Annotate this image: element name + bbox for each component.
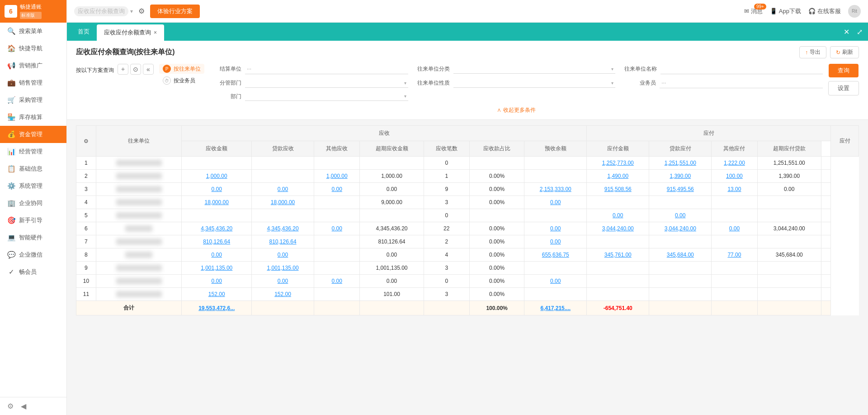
footer-overdue-payable <box>757 301 821 315</box>
row-index: 9 <box>76 262 96 275</box>
row-loan-receivable: 152.00 <box>252 288 314 301</box>
export-button[interactable]: ↑ 导出 <box>799 46 826 58</box>
sidebar-item-operation[interactable]: 📊 经营管理 <box>0 143 66 160</box>
settlement-unit-select[interactable]: ··· <box>245 64 408 74</box>
gear-icon[interactable]: ⚙ <box>138 7 145 15</box>
online-service-button[interactable]: 🎧 在线客服 <box>808 7 841 15</box>
query-button[interactable]: 查询 <box>829 64 859 77</box>
row-index: 11 <box>76 288 96 301</box>
row-loan-receivable: 0.00 <box>252 248 314 262</box>
sidebar-item-inventory[interactable]: 🏪 库存核算 <box>0 109 66 126</box>
salesperson-select[interactable]: ··· <box>660 78 823 88</box>
sidebar-item-member[interactable]: ✓ 畅会员 <box>0 263 66 281</box>
row-other-payable: 100.00 <box>712 170 757 183</box>
unit-category-select[interactable]: ▾ <box>453 65 616 74</box>
sidebar-item-search-menu[interactable]: 🔍 搜索菜单 <box>0 23 66 40</box>
row-prepayment: 655,636.75 <box>524 248 587 262</box>
page-content: 应收应付余额查询(按往来单位) ↑ 导出 ↻ 刷新 按以下方案查询 <box>67 41 868 415</box>
filter-option-by-salesperson[interactable]: ⏱ 按业务员 <box>159 76 204 86</box>
row-other-receivable <box>314 248 360 262</box>
tab-receivable[interactable]: 应收应付余额查询 × <box>97 24 164 41</box>
refresh-button[interactable]: ↻ 刷新 <box>830 46 859 58</box>
topbar-right: ✉ 消息 99+ 📱 App下载 🎧 在线客服 Rit <box>744 5 861 18</box>
sidebar-item-label: 销售管理 <box>19 79 42 87</box>
row-overdue-payable: 0.00 <box>757 183 821 196</box>
row-prepayment <box>524 157 587 170</box>
row-other-payable <box>712 235 757 248</box>
unit-nature-select[interactable]: ▾ <box>453 79 616 88</box>
app-icon: 📱 <box>770 8 777 14</box>
row-overdue-receivable <box>360 209 424 222</box>
close-window-icon[interactable]: ✕ <box>842 28 851 36</box>
tab-close-icon[interactable]: × <box>154 29 157 36</box>
col-overdue-payable: 超期应付贷款 <box>757 141 821 157</box>
maximize-icon[interactable]: ⤢ <box>855 28 864 36</box>
export-icon: ↑ <box>805 49 808 56</box>
col-payable-rest-header: 应付 <box>831 126 859 157</box>
target-icon-button[interactable]: ⊙ <box>130 64 141 75</box>
table-settings-icon[interactable]: ⚙ <box>84 138 89 144</box>
table-row: 2 COMPANY_NAME 1,000.00 1,000.00 1,000.0… <box>76 170 859 183</box>
row-payable-amount: 0.00 <box>587 209 649 222</box>
row-loan-payable <box>649 288 712 301</box>
sidebar-item-base-info[interactable]: 📋 基础信息 <box>0 160 66 177</box>
sidebar-item-label: 营销推广 <box>19 62 42 70</box>
sidebar-item-label: 搜索菜单 <box>19 27 42 35</box>
message-button[interactable]: ✉ 消息 99+ <box>744 7 763 15</box>
table-row: 11 COMPANY_NAME 152.00 152.00 101.00 3 0… <box>76 288 859 301</box>
collapse-more-btn[interactable]: ∧ 收起更多条件 <box>210 105 823 116</box>
settings-icon[interactable]: ⚙ <box>7 402 14 410</box>
row-partner: COMPANY_NAME <box>96 209 182 222</box>
member-icon: ✓ <box>7 268 15 276</box>
table-row: 8 P 0.00 0.00 0.00 4 0.00% 655,636.75 34… <box>76 248 859 262</box>
sidebar-item-quick-nav[interactable]: 🏠 快捷导航 <box>0 40 66 57</box>
sidebar-item-hardware[interactable]: 💻 智能硬件 <box>0 229 66 246</box>
row-other-receivable <box>314 262 360 275</box>
salesperson-label: 业务员 <box>624 79 656 87</box>
footer-other-receivable <box>314 301 360 315</box>
footer-row: 合计 19,553,472,6... 100.00% 6,417,215....… <box>76 301 859 315</box>
row-other-payable: 77.00 <box>712 248 757 262</box>
filter-option-by-partner[interactable]: P 按往来单位 <box>159 64 204 74</box>
tab-home[interactable]: 首页 <box>71 23 97 41</box>
sidebar-item-wechat[interactable]: 💬 企业微信 <box>0 246 66 263</box>
set-button[interactable]: 设置 <box>828 81 859 95</box>
base-info-icon: 📋 <box>7 165 15 173</box>
row-receivable-amount <box>182 209 252 222</box>
collapse-scheme-button[interactable]: « <box>143 64 154 75</box>
sidebar-item-system[interactable]: ⚙️ 系统管理 <box>0 177 66 195</box>
row-other-payable <box>712 275 757 288</box>
footer-overdue-receivable <box>360 301 424 315</box>
managed-dept-select[interactable]: ▾ <box>245 79 408 88</box>
row-overdue-payable <box>757 262 821 275</box>
row-partner: ° <box>96 222 182 235</box>
col-receivable-group-header: 应收 <box>182 126 587 141</box>
row-receivable-ratio: 0.00% <box>469 275 524 288</box>
row-receivable-count: 0 <box>424 157 469 170</box>
sidebar-item-enterprise[interactable]: 🏢 企业协同 <box>0 195 66 212</box>
message-icon: ✉ <box>744 8 749 14</box>
sidebar-item-purchase[interactable]: 🛒 采购管理 <box>0 91 66 109</box>
row-overdue-receivable: 4,345,436.20 <box>360 222 424 235</box>
filter-fields-grid: 结算单位 ··· 往来单位分类 ▾ <box>210 64 823 101</box>
sidebar-item-sales[interactable]: 💼 销售管理 <box>0 74 66 91</box>
solution-button[interactable]: 体验行业方案 <box>150 5 200 18</box>
row-loan-receivable <box>252 170 314 183</box>
sidebar-item-marketing[interactable]: 📢 营销推广 <box>0 57 66 74</box>
col-settings-header[interactable]: ⚙ <box>76 126 96 157</box>
user-avatar-area[interactable]: Rit <box>848 5 861 18</box>
tabbar: 首页 应收应付余额查询 × ✕ ⤢ <box>67 23 868 41</box>
footer-other-payable <box>712 301 757 315</box>
col-overdue-receivable: 超期应收金额 <box>360 141 424 157</box>
row-index: 8 <box>76 248 96 262</box>
table-row: 6 ° 4,345,436.20 4,345,436.20 0.00 4,345… <box>76 222 859 235</box>
sidebar-item-finance[interactable]: 💰 资金管理 <box>0 126 66 143</box>
collapse-icon[interactable]: ◀ <box>21 402 26 410</box>
department-select[interactable]: ▾ <box>245 92 408 101</box>
sidebar-item-guide[interactable]: 🎯 新手引导 <box>0 212 66 229</box>
add-scheme-button[interactable]: ＋ <box>118 64 128 75</box>
app-download-button[interactable]: 📱 App下载 <box>770 7 801 15</box>
unit-name-input[interactable] <box>660 64 823 74</box>
row-prepayment <box>524 288 587 301</box>
row-receivable-ratio: 0.00% <box>469 196 524 209</box>
